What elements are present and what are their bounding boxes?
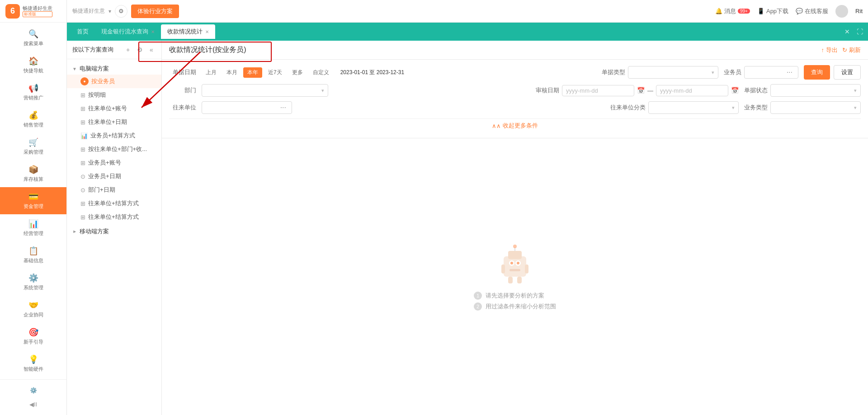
sidebar-settings-btn[interactable]: ⚙️ (0, 383, 66, 397)
sidebar-item-collab[interactable]: 🤝 企业协同 (0, 296, 66, 323)
cal-icon-to[interactable]: 📅 (731, 87, 739, 94)
tree-item-unit-settlement2[interactable]: ⊞ 往来单位+结算方式 (67, 210, 161, 224)
trial-btn[interactable]: 体验行业方案 (131, 5, 179, 18)
sidebar-item-system[interactable]: ⚙️ 系统管理 (0, 269, 66, 296)
sidebar-item-finance[interactable]: 💳 资金管理 (0, 187, 66, 214)
panel-collapse-btn[interactable]: « (147, 45, 156, 54)
header-gear-btn[interactable]: ⚙ (115, 5, 127, 18)
sidebar-item-marketing[interactable]: 📢 营销推广 (0, 79, 66, 106)
sidebar-item-purchase[interactable]: 🛒 采购管理 (0, 133, 66, 160)
date-tab-more[interactable]: 更多 (288, 67, 307, 78)
online-service-btn[interactable]: 💬 在线客服 (796, 7, 828, 15)
page-wrapper: 按以下方案查询 + ⚙ « ▼ 电脑端方案 (67, 41, 868, 415)
date-tab-custom[interactable]: 自定义 (309, 67, 333, 78)
export-btn[interactable]: ↑ 导出 (821, 46, 838, 54)
tree-item-unit-dept-collect[interactable]: ⊞ 按往来单位+部门+收... (67, 142, 161, 156)
review-date-to[interactable]: yyyy-mm-dd (656, 85, 728, 96)
partner-more-icon[interactable]: ··· (280, 104, 286, 112)
sidebar-item-search-menu[interactable]: 🔍 搜索菜单 (0, 24, 66, 52)
tab-collection-stats-close[interactable]: ✕ (205, 29, 209, 34)
tip-item-1: 1 请先选择要分析的方案 (474, 292, 556, 300)
date-tab-7days[interactable]: 近7天 (264, 67, 286, 78)
active-indicator: ● (80, 77, 89, 85)
sidebar-item-operations[interactable]: 📊 经营管理 (0, 214, 66, 241)
query-btn[interactable]: 查询 (804, 65, 830, 80)
empty-tips: 1 请先选择要分析的方案 2 用过滤条件来缩小分析范围 (474, 292, 556, 311)
svg-rect-7 (501, 264, 505, 274)
date-tab-this-month[interactable]: 本月 (222, 67, 241, 78)
hardware-icon: 💡 (28, 354, 38, 364)
logo-icon: 6 (5, 4, 20, 19)
dept-select[interactable]: ▾ (202, 84, 328, 97)
tree-item-unit-date[interactable]: ⊞ 往来单位+日期 (67, 115, 161, 129)
inventory-icon: 📦 (28, 165, 38, 174)
biz-type-select[interactable]: ▾ (770, 101, 861, 114)
us2-icon: ⊞ (80, 214, 85, 221)
doc-status-select[interactable]: ▾ (770, 84, 861, 97)
tree-item-by-detail[interactable]: ⊞ 按明细 (67, 88, 161, 102)
tab-bank-flow[interactable]: 现金银行流水查询 ✕ (95, 24, 161, 39)
salesperson-select[interactable]: ··· (744, 66, 798, 79)
tree-item-dept-date[interactable]: ⊙ 部门+日期 (67, 183, 161, 197)
sidebar-item-quick-nav[interactable]: 🏠 快捷导航 (0, 52, 66, 79)
breadcrumb-dropdown[interactable]: ▾ (108, 8, 111, 14)
svg-point-12 (513, 245, 517, 248)
review-date-field: 审核日期 yyyy-mm-dd 📅 — yyyy-mm-dd 📅 (536, 85, 739, 96)
home-icon: 🏠 (28, 56, 38, 66)
partner-category-field: 往来单位分类 ▾ (610, 101, 739, 114)
sidebar-item-basic-info[interactable]: 📋 基础信息 (0, 241, 66, 269)
tree-item-salesperson-account[interactable]: ⊞ 业务员+账号 (67, 156, 161, 170)
window-close-btn[interactable]: ✕ (843, 27, 852, 36)
biz-type-chevron: ▾ (854, 105, 857, 111)
window-maximize-btn[interactable]: ⛶ (855, 27, 864, 36)
title-actions: ↑ 导出 ↻ 刷新 (821, 46, 861, 54)
date-tab-last-month[interactable]: 上月 (202, 67, 221, 78)
search-row-1: 单据日期 上月 本月 本年 近7天 更多 自定义 2023-01-01 至 20… (169, 65, 861, 80)
sidebar-item-inventory[interactable]: 📦 库存核算 (0, 160, 66, 187)
tab-bank-flow-close[interactable]: ✕ (151, 29, 155, 34)
notifications-btn[interactable]: 🔔 消息 99+ (715, 7, 750, 15)
tree-item-by-salesperson[interactable]: ● 按业务员 (67, 75, 161, 88)
partner-cat-chevron: ▾ (732, 105, 735, 111)
panel-add-btn[interactable]: + (123, 45, 132, 54)
sidebar-item-sales[interactable]: 💰 销售管理 (0, 106, 66, 133)
sidebar-item-guide[interactable]: 🎯 新手引导 (0, 323, 66, 350)
review-date-from[interactable]: yyyy-mm-dd (562, 85, 634, 96)
tree-item-salesperson-date[interactable]: ⊙ 业务员+日期 (67, 170, 161, 183)
content-area: 1 请先选择要分析的方案 2 用过滤条件来缩小分析范围 (162, 138, 868, 415)
tree-group-mobile-header[interactable]: ▼ 移动端方案 (67, 226, 161, 237)
panel-settings-btn[interactable]: ⚙ (135, 45, 144, 54)
tree-item-salesperson-settlement[interactable]: 📊 业务员+结算方式 (67, 129, 161, 142)
tree-item-unit-settlement1[interactable]: ⊞ 往来单位+结算方式 (67, 197, 161, 210)
logo-text: 畅捷通好生意 标准版 (23, 5, 52, 18)
biz-type-label: 业务类型 (744, 104, 768, 112)
header-left: 畅捷通好生意 ▾ ⚙ 体验行业方案 (72, 5, 179, 18)
tree-item-unit-account[interactable]: ⊞ 往来单位+账号 (67, 102, 161, 115)
tab-collection-stats[interactable]: 收款情况统计 ✕ (161, 24, 215, 39)
collapse-btn[interactable]: ∧∧ 收起更多条件 (169, 118, 861, 132)
sidebar-collapse-btn[interactable]: ◀II (0, 397, 66, 411)
basic-info-icon: 📋 (28, 246, 38, 256)
sidebar-item-hardware[interactable]: 💡 智能硬件 (0, 350, 66, 377)
doc-type-select[interactable]: ▾ (628, 66, 718, 79)
finance-icon: 💳 (28, 192, 38, 202)
cal-icon-from[interactable]: 📅 (637, 87, 645, 94)
date-tab-this-year[interactable]: 本年 (243, 67, 262, 78)
svg-rect-0 (504, 256, 526, 277)
tab-home[interactable]: 首页 (71, 24, 95, 39)
settings-btn[interactable]: 设置 (834, 65, 861, 80)
refresh-btn[interactable]: ↻ 刷新 (842, 46, 861, 54)
user-avatar[interactable] (835, 5, 848, 18)
detail-icon: ⊞ (80, 92, 85, 99)
salesperson-more-icon[interactable]: ··· (787, 68, 793, 76)
partner-label: 往来单位 (169, 104, 196, 112)
tree-group-mobile: ▼ 移动端方案 (67, 226, 161, 237)
tree-group-desktop-header[interactable]: ▼ 电脑端方案 (67, 63, 161, 75)
partner-category-select[interactable]: ▾ (648, 101, 739, 114)
partner-select[interactable]: ··· (202, 101, 292, 114)
salesperson-field: 业务员 ··· (724, 66, 798, 79)
tab-bar: 首页 现金银行流水查询 ✕ 收款情况统计 ✕ ✕ ⛶ (67, 23, 868, 41)
app-download-btn[interactable]: 📱 App下载 (757, 7, 788, 15)
header-right: 🔔 消息 99+ 📱 App下载 💬 在线客服 Rit (715, 5, 863, 18)
collapse-up-icon: ∧∧ (492, 123, 501, 129)
